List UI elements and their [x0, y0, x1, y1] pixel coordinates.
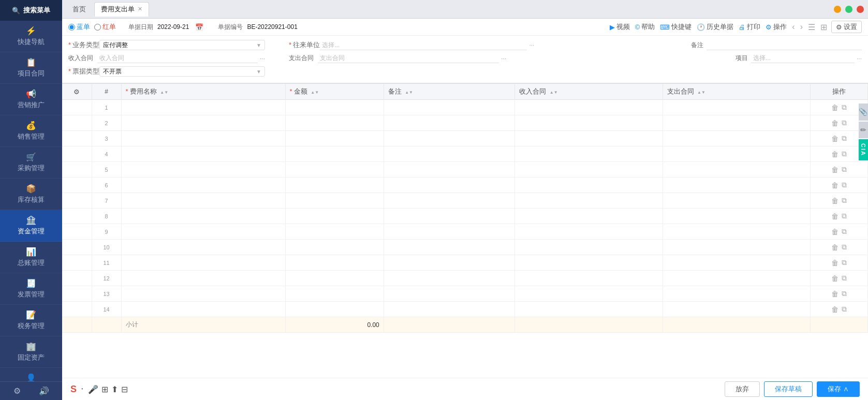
settings-button[interactable]: ⚙ 设置	[831, 21, 862, 33]
row-name-cell[interactable]	[121, 100, 285, 115]
row-amount-input[interactable]	[290, 120, 379, 127]
row-note-cell[interactable]	[384, 271, 515, 286]
row-amount-cell[interactable]	[285, 286, 384, 302]
row-income-input[interactable]	[519, 213, 658, 220]
row-amount-input[interactable]	[290, 275, 379, 282]
row-copy-icon[interactable]: ⧉	[842, 196, 847, 205]
row-name-input[interactable]	[126, 244, 281, 251]
row-copy-icon[interactable]: ⧉	[842, 165, 847, 174]
row-amount-cell[interactable]	[285, 240, 384, 255]
settings-icon[interactable]: ⚙	[13, 386, 21, 396]
row-note-cell[interactable]	[384, 100, 515, 115]
row-amount-input[interactable]	[290, 259, 379, 266]
row-amount-input[interactable]	[290, 244, 379, 251]
tab-home[interactable]: 首页	[66, 2, 92, 17]
row-note-input[interactable]	[388, 166, 511, 173]
row-note-input[interactable]	[388, 151, 511, 158]
sidebar-item-accounting[interactable]: 📊总账管理	[0, 242, 62, 273]
row-delete-icon[interactable]: 🗑	[831, 243, 838, 251]
row-name-cell[interactable]	[121, 162, 285, 177]
sidebar-item-quick-nav[interactable]: ⚡快捷导航	[0, 21, 62, 52]
row-name-cell[interactable]	[121, 224, 285, 240]
row-delete-icon[interactable]: 🗑	[831, 274, 838, 283]
operations-btn[interactable]: ⚙操作	[766, 22, 787, 32]
row-name-input[interactable]	[126, 259, 281, 266]
row-expense-input[interactable]	[667, 135, 806, 142]
window-close-button[interactable]	[857, 6, 864, 13]
row-expense-cell[interactable]	[663, 193, 810, 209]
row-income-cell[interactable]	[515, 271, 663, 286]
view-list-icon[interactable]: ☰	[808, 22, 815, 32]
partner-ellipsis-icon[interactable]: ···	[529, 41, 534, 49]
sidebar-item-salary[interactable]: 👤工资	[0, 368, 62, 381]
sidebar-item-invoice[interactable]: 🧾发票管理	[0, 273, 62, 305]
col-header-expense[interactable]: 支出合同 ▲▼	[663, 84, 810, 100]
row-copy-icon[interactable]: ⧉	[842, 227, 847, 236]
right-float-edit[interactable]: ✏	[859, 122, 868, 138]
row-note-cell[interactable]	[384, 209, 515, 224]
row-amount-input[interactable]	[290, 213, 379, 220]
row-income-input[interactable]	[519, 259, 658, 266]
row-income-input[interactable]	[519, 275, 658, 282]
row-copy-icon[interactable]: ⧉	[842, 181, 847, 189]
row-amount-input[interactable]	[290, 182, 379, 189]
row-name-input[interactable]	[126, 228, 281, 235]
row-amount-cell[interactable]	[285, 177, 384, 193]
row-note-input[interactable]	[388, 290, 511, 298]
row-copy-icon[interactable]: ⧉	[842, 212, 847, 220]
row-delete-icon[interactable]: 🗑	[831, 181, 838, 189]
row-name-cell[interactable]	[121, 131, 285, 146]
project-ellipsis-icon[interactable]: ···	[857, 55, 862, 62]
sidebar-item-fixed-assets[interactable]: 🏢固定资产	[0, 336, 62, 368]
row-expense-cell[interactable]	[663, 240, 810, 255]
row-copy-icon[interactable]: ⧉	[842, 289, 847, 298]
row-amount-input[interactable]	[290, 104, 379, 111]
row-income-cell[interactable]	[515, 177, 663, 193]
row-amount-cell[interactable]	[285, 100, 384, 115]
income-sort-icon[interactable]: ▲▼	[550, 90, 558, 95]
row-expense-input[interactable]	[667, 166, 806, 173]
row-amount-cell[interactable]	[285, 302, 384, 317]
save-button[interactable]: 保存 ∧	[817, 381, 860, 397]
row-copy-icon[interactable]: ⧉	[842, 274, 847, 283]
row-income-input[interactable]	[519, 120, 658, 127]
tab-close-icon[interactable]: ✕	[138, 6, 142, 12]
bottom-apps-icon[interactable]: ⊟	[121, 384, 128, 394]
row-income-cell[interactable]	[515, 224, 663, 240]
row-amount-cell[interactable]	[285, 162, 384, 177]
business-type-select-container[interactable]: 应付调整 ▼	[99, 40, 265, 50]
row-name-input[interactable]	[126, 290, 281, 298]
row-name-cell[interactable]	[121, 115, 285, 131]
row-name-input[interactable]	[126, 104, 281, 111]
row-note-input[interactable]	[388, 228, 511, 235]
col-header-note[interactable]: 备注 ▲▼	[384, 84, 515, 100]
history-btn[interactable]: 🕐历史单据	[697, 22, 733, 32]
row-delete-icon[interactable]: 🗑	[831, 290, 838, 298]
nav-right-icon[interactable]: ›	[800, 22, 803, 32]
row-delete-icon[interactable]: 🗑	[831, 166, 838, 174]
bottom-mic-icon[interactable]: 🎤	[88, 384, 98, 394]
bottom-screenshot-icon[interactable]: ⊞	[101, 384, 108, 394]
row-amount-cell[interactable]	[285, 271, 384, 286]
row-expense-input[interactable]	[667, 244, 806, 251]
row-amount-input[interactable]	[290, 197, 379, 204]
print-btn[interactable]: 🖨打印	[739, 22, 760, 32]
remark-input[interactable]	[707, 40, 862, 50]
row-delete-icon[interactable]: 🗑	[831, 305, 838, 314]
income-contract-ellipsis-icon[interactable]: ···	[260, 55, 265, 62]
row-note-input[interactable]	[388, 104, 511, 111]
video-btn[interactable]: ▶视频	[610, 22, 630, 32]
row-name-cell[interactable]	[121, 177, 285, 193]
amount-sort-icon[interactable]: ▲▼	[311, 90, 319, 95]
expense-contract-input[interactable]	[318, 53, 499, 63]
row-amount-input[interactable]	[290, 290, 379, 298]
row-copy-icon[interactable]: ⧉	[842, 243, 847, 251]
tab-expense-sheet[interactable]: 费用支出单 ✕	[94, 2, 149, 17]
row-delete-icon[interactable]: 🗑	[831, 119, 838, 127]
invoice-type-select-container[interactable]: 不开票 ▼	[99, 66, 265, 77]
sidebar-item-tax[interactable]: 📝税务管理	[0, 305, 62, 336]
row-note-cell[interactable]	[384, 146, 515, 162]
window-maximize-button[interactable]	[845, 6, 852, 13]
help-btn[interactable]: ©帮助	[635, 22, 655, 32]
row-amount-cell[interactable]	[285, 193, 384, 209]
